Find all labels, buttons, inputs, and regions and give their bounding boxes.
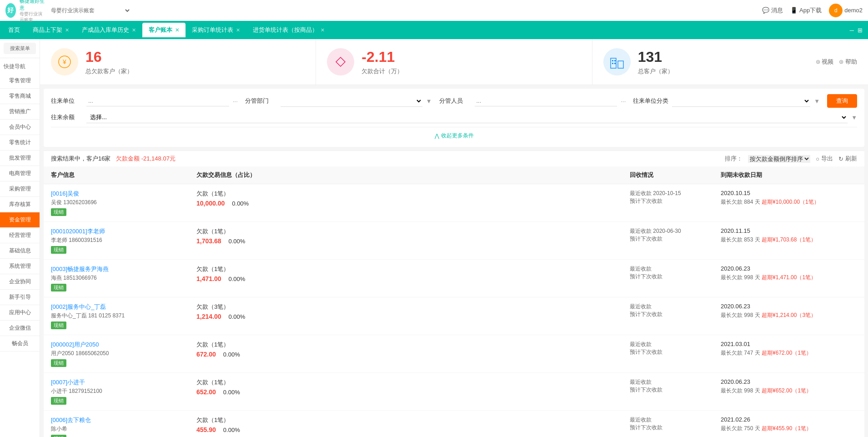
user-avatar-button[interactable]: d demo2 [829, 4, 863, 17]
sidebar-item-retail-mgmt[interactable]: 零售管理 [0, 73, 40, 89]
last-collection-date: 最近收款 [630, 416, 721, 424]
debt-amount: 455.90 [196, 426, 216, 433]
customer-name-link[interactable]: [0002]服务中心_丁磊 [51, 303, 196, 311]
customer-tag: 现销 [51, 246, 66, 254]
sidebar-item-enterprise-collab[interactable]: 企业协同 [0, 274, 40, 290]
results-summary: 搜索结果中，客户16家 欠款金额 -21,148.07元 [51, 155, 176, 163]
customer-tag: 现销 [51, 321, 66, 329]
debt-amount: 1,214.00 [196, 313, 221, 320]
customer-name-link[interactable]: [0003]畅捷服务尹海燕 [51, 265, 196, 273]
sidebar-item-wholesale-mgmt[interactable]: 批发管理 [0, 151, 40, 166]
filter-select-category[interactable] [672, 95, 810, 107]
overdue-days: 最长欠款 747 天 [721, 350, 762, 356]
overdue-amount-link[interactable]: 超期¥455.90（1笔） [762, 425, 812, 432]
debt-amount: 672.00 [196, 351, 216, 358]
app-download-button[interactable]: 📱 App下载 [790, 6, 822, 15]
tab-stock-stats[interactable]: 进货单统计表（按商品） ✕ [246, 23, 331, 37]
company-selector[interactable]: 母婴行业演示账套 [49, 7, 131, 14]
refresh-button[interactable]: ↻ 刷新 [838, 155, 857, 163]
overdue-amount-link[interactable]: 超期¥10,000.00（1笔） [762, 199, 819, 205]
video-link[interactable]: ⊙ 视频 [816, 58, 834, 66]
total-customer-label: 总客户（家） [638, 67, 808, 75]
overdue-amount-link[interactable]: 超期¥1,471.00（1笔） [762, 274, 816, 281]
collapse-filter-button[interactable]: ⋀ 收起更多条件 [51, 130, 857, 141]
close-icon[interactable]: ✕ [175, 27, 179, 33]
filter-dots2-icon[interactable]: ··· [621, 98, 626, 105]
search-menu-button[interactable]: 搜索菜单 [4, 43, 36, 54]
debt-customer-label: 总欠款客户（家） [85, 67, 305, 75]
close-icon[interactable]: ✕ [321, 27, 325, 33]
main-content: ¥ 16 总欠款客户（家） -2.11 欠款合计（万） [40, 39, 868, 437]
sidebar-item-stock-check[interactable]: 库存核算 [0, 197, 40, 212]
sort-select[interactable]: 按欠款金额倒序排序 [748, 155, 810, 163]
export-button[interactable]: ○ 导出 [816, 155, 833, 163]
filter-item-department: 分管部门 ▼ [245, 95, 432, 107]
company-dropdown[interactable]: 母婴行业演示账套 [49, 7, 131, 14]
overdue-amount-link[interactable]: 超期¥652.00（1笔） [762, 387, 812, 394]
customer-info-cell: [000002]用户2050 用户2050 18665062050 现销 [51, 341, 196, 367]
tab-home[interactable]: 首页 [2, 23, 26, 37]
sidebar-item-finance-mgmt[interactable]: 资金管理 [0, 212, 40, 228]
close-icon[interactable]: ✕ [65, 27, 69, 33]
close-icon[interactable]: ✕ [132, 27, 136, 33]
debt-percent: 0.00% [223, 389, 240, 396]
sidebar-item-marketing[interactable]: 营销推广 [0, 104, 40, 120]
filter-input-manager[interactable] [475, 95, 617, 106]
filter-input-customer[interactable] [86, 95, 229, 106]
window-maximize-icon[interactable]: ⊞ [858, 27, 863, 34]
sidebar-item-member-center[interactable]: 会员中心 [0, 120, 40, 135]
chevron-down-icon: ▼ [426, 98, 432, 105]
filter-select-department[interactable] [281, 95, 422, 107]
overdue-amount-link[interactable]: 超期¥672.00（1笔） [762, 350, 812, 356]
nav-right-controls: ─ ⊞ [846, 27, 866, 34]
next-collection: 预计下次收款 [630, 273, 721, 281]
overdue-amount-link[interactable]: 超期¥1,214.00（3笔） [762, 312, 816, 318]
card-icon-diamond [327, 48, 354, 75]
filter-select-balance[interactable]: 选择... [86, 111, 848, 123]
sidebar-item-basic-info[interactable]: 基础信息 [0, 243, 40, 259]
logo-text: 畅捷通好生意 母婴行业演示账套 [20, 0, 45, 23]
last-collection-date: 最近收款 [630, 303, 721, 311]
sidebar-item-quick-nav[interactable]: 快捷导航 [0, 60, 40, 73]
sidebar-item-enterprise-wechat[interactable]: 企业微信 [0, 321, 40, 336]
sidebar-item-app-center[interactable]: 应用中心 [0, 305, 40, 321]
customer-name-link[interactable]: [0007]小进干 [51, 378, 196, 387]
overdue-amount-link[interactable]: 超期¥1,703.68（1笔） [762, 236, 816, 243]
debt-percent: 0.00% [223, 427, 240, 433]
due-date-value: 2020.06.23 [721, 265, 857, 272]
overdue-days: 最长欠款 998 天 [721, 387, 762, 394]
tab-goods-listing[interactable]: 商品上下架 ✕ [26, 23, 75, 37]
sidebar-nav: 快捷导航 零售管理 零售商城 营销推广 会员中心 零售统计 批发管理 电商管理 … [0, 58, 40, 353]
debt-count: 欠款（1笔） [196, 378, 630, 387]
query-button[interactable]: 查询 [827, 94, 857, 108]
filter-dots-icon[interactable]: ··· [233, 98, 238, 105]
sidebar-item-retail-mall[interactable]: 零售商城 [0, 89, 40, 104]
window-minimize-icon[interactable]: ─ [850, 27, 854, 34]
help-link[interactable]: ⊙ 帮助 [839, 58, 857, 66]
sidebar-item-retail-stats[interactable]: 零售统计 [0, 135, 40, 151]
card-info-total-debt: -2.11 欠款合计（万） [361, 49, 581, 75]
sidebar: 搜索菜单 快捷导航 零售管理 零售商城 营销推广 会员中心 零售统计 批发管理 … [0, 39, 40, 437]
sidebar-item-purchase-mgmt[interactable]: 采购管理 [0, 181, 40, 197]
sidebar-item-system-mgmt[interactable]: 系统管理 [0, 259, 40, 274]
due-date-value: 2020.10.15 [721, 190, 857, 196]
customer-name-link[interactable]: [000002]用户2050 [51, 341, 196, 349]
tab-purchase-stats[interactable]: 采购订单统计表 ✕ [186, 23, 246, 37]
close-icon[interactable]: ✕ [236, 27, 240, 33]
tab-finished-goods[interactable]: 产成品入库单历史 ✕ [75, 23, 142, 37]
sidebar-item-chang-member[interactable]: 畅会员 [0, 336, 40, 352]
sidebar-item-ops-mgmt[interactable]: 经营管理 [0, 228, 40, 243]
customer-name-link[interactable]: [0001020001]李老师 [51, 227, 196, 236]
customer-name-link[interactable]: [0006]去下粮仓 [51, 416, 196, 424]
message-button[interactable]: 💬 消息 [762, 6, 783, 15]
customer-tag: 现销 [51, 208, 66, 216]
customer-tag: 现销 [51, 397, 66, 405]
last-collection-date: 最近收款 [630, 341, 721, 348]
main-layout: 搜索菜单 快捷导航 零售管理 零售商城 营销推广 会员中心 零售统计 批发管理 … [0, 39, 868, 437]
table-row: [0006]去下粮仓 陈小希 现销 欠款（1笔） 455.90 0.00% 最近… [44, 411, 864, 437]
sidebar-item-beginner-guide[interactable]: 新手引导 [0, 290, 40, 305]
customer-name-link[interactable]: [0016]吴俊 [51, 190, 196, 198]
due-date-cell: 2020.06.23 最长欠款 998 天 超期¥652.00（1笔） [721, 378, 857, 395]
tab-customer-account[interactable]: 客户账本 ✕ [142, 23, 186, 37]
sidebar-item-ecommerce[interactable]: 电商管理 [0, 166, 40, 181]
